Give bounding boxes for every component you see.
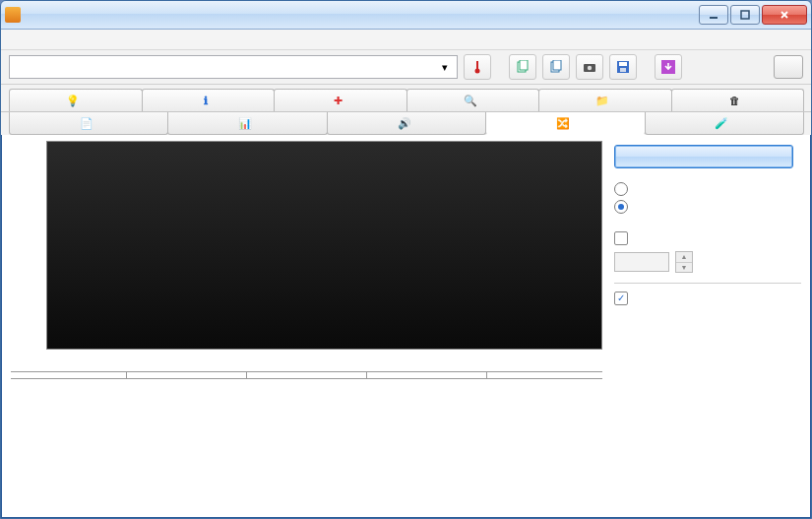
screenshot-icon[interactable] (576, 54, 603, 80)
checkbox-4k-align[interactable] (614, 292, 801, 305)
tabs-primary: 💡 ℹ ✚ 🔍 📁 🗑 (1, 85, 811, 112)
monitor-icon: 📊 (238, 117, 252, 130)
tab-random[interactable]: 🔀 (485, 112, 645, 135)
tab-errorscan[interactable]: 🔍 (406, 89, 540, 111)
trash-icon: 🗑 (729, 95, 740, 106)
app-icon (5, 7, 21, 23)
svg-rect-2 (476, 61, 478, 69)
close-button[interactable] (762, 5, 807, 25)
extra-icon: 🧪 (715, 117, 728, 130)
temperature-icon[interactable] (464, 54, 491, 80)
svg-rect-1 (741, 11, 749, 19)
svg-point-9 (588, 66, 592, 70)
app-window: ▾ 💡 ℹ ✚ 🔍 📁 🗑 📄 📊 🔊 🔀 🧪 (0, 0, 812, 519)
checkbox-short[interactable] (614, 231, 801, 245)
copy-text-icon[interactable] (509, 54, 536, 80)
titlebar (1, 1, 811, 30)
menu-help[interactable] (27, 37, 42, 41)
toolbar: ▾ (1, 50, 811, 85)
menu-file[interactable] (7, 37, 23, 41)
save-icon[interactable] (609, 54, 637, 80)
svg-rect-5 (520, 60, 528, 70)
tab-extra[interactable]: 🧪 (645, 112, 804, 135)
search-icon: 🔍 (464, 95, 477, 107)
random-icon: 🔀 (556, 117, 570, 130)
tab-noise[interactable]: 🔊 (327, 112, 486, 135)
minimize-button[interactable] (699, 5, 728, 25)
drive-select[interactable]: ▾ (9, 55, 458, 79)
exit-button[interactable] (774, 55, 803, 79)
tab-folder[interactable]: 📁 (538, 89, 672, 111)
copy-list-icon[interactable] (542, 54, 570, 80)
radio-icon (614, 182, 628, 196)
svg-rect-0 (710, 17, 718, 19)
chevron-down-icon: ▾ (437, 59, 453, 75)
latency-chart (11, 141, 602, 363)
capacity-stepper: ▲▼ (675, 251, 693, 273)
maximize-button[interactable] (730, 5, 760, 25)
menubar (1, 30, 811, 50)
tab-filetest[interactable]: 📄 (9, 112, 168, 135)
tab-info[interactable]: ℹ (142, 89, 276, 111)
checkbox-icon (614, 292, 628, 305)
tab-diskmon[interactable]: 📊 (167, 112, 327, 135)
tabs-secondary: 📄 📊 🔊 🔀 🧪 (1, 112, 811, 135)
folder-icon: 📁 (595, 95, 609, 107)
speaker-icon: 🔊 (398, 117, 411, 130)
svg-rect-12 (620, 68, 626, 72)
tab-health[interactable]: ✚ (274, 89, 407, 111)
down-arrow-icon[interactable] (655, 54, 682, 80)
svg-rect-11 (619, 62, 627, 66)
health-icon: ✚ (334, 95, 343, 107)
radio-write[interactable] (614, 200, 801, 214)
checkbox-icon (614, 231, 628, 245)
tab-erase[interactable]: 🗑 (671, 89, 805, 111)
bulb-icon: 💡 (66, 95, 80, 107)
file-icon: 📄 (80, 117, 94, 130)
radio-read[interactable] (614, 182, 801, 196)
results-table (11, 371, 602, 379)
tab-tests[interactable]: 💡 (9, 89, 143, 111)
info-icon: ℹ (204, 95, 208, 107)
capacity-input (614, 252, 669, 272)
radio-icon (614, 200, 628, 214)
svg-rect-7 (553, 60, 561, 70)
start-button[interactable] (614, 145, 793, 168)
svg-point-3 (475, 69, 480, 74)
